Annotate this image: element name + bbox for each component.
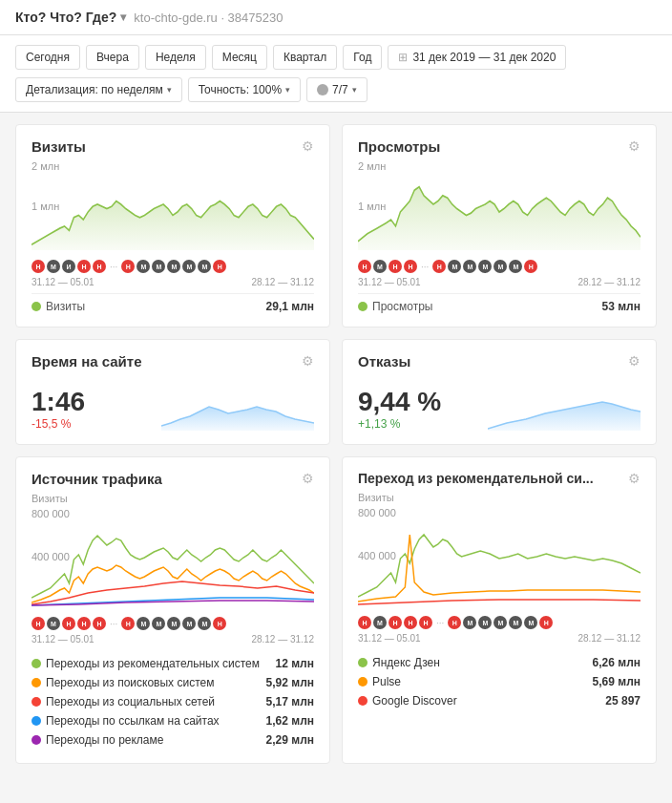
vhb-h3[interactable]: Н [524, 260, 537, 273]
referral-value-1: 5,69 млн [593, 675, 640, 688]
hb-m5[interactable]: М [182, 260, 196, 273]
hb-i1[interactable]: И [62, 260, 75, 273]
bounce-gear[interactable]: ⚙ [628, 353, 640, 369]
vhb-m6[interactable]: М [509, 260, 522, 273]
thb-m4[interactable]: М [167, 617, 180, 630]
vhb-n2[interactable]: Н [404, 260, 417, 273]
detail-label: Детализация: по неделям [26, 83, 163, 96]
hb-m4[interactable]: М [167, 260, 180, 273]
referral-dot-2 [358, 696, 368, 706]
app-dropdown-chevron[interactable]: ▾ [120, 11, 126, 24]
rhb-h2[interactable]: Н [448, 616, 461, 629]
vhb-n1[interactable]: Н [388, 260, 402, 273]
rhb-n1[interactable]: Н [358, 616, 371, 629]
card-views: Просмотры ⚙ 2 млн 1 млн [342, 124, 657, 328]
hb-h3[interactable]: Н [213, 260, 226, 273]
hb-h2[interactable]: Н [121, 260, 135, 273]
period-btn-week[interactable]: Неделя [145, 45, 206, 70]
accuracy-dropdown[interactable]: Точность: 100% ▾ [188, 77, 301, 102]
vhb-m4[interactable]: М [478, 260, 492, 273]
views-y-mid: 1 млн [358, 201, 386, 212]
bounce-value: 9,44 % [358, 387, 441, 417]
detail-dropdown[interactable]: Детализация: по неделям ▾ [15, 77, 182, 102]
vhb-m5[interactable]: М [494, 260, 507, 273]
visits-legend: Визиты 29,1 млн [32, 293, 314, 313]
time-content: 1:46 -15,5 % [32, 383, 314, 431]
thb-m5[interactable]: М [182, 617, 196, 630]
hb-m3[interactable]: М [152, 260, 165, 273]
traffic-legend-row-0: Переходы из рекомендательных систем 12 м… [32, 654, 314, 673]
visits-chart-svg [32, 174, 314, 250]
thb-m1[interactable]: М [47, 617, 60, 630]
traffic-value-2: 5,17 млн [266, 695, 314, 708]
referral-date-range: 31.12 — 05.01 28.12 — 31.12 [358, 633, 640, 644]
views-legend-item: Просмотры [358, 300, 432, 313]
thb-m2[interactable]: М [136, 617, 150, 630]
traffic-gear[interactable]: ⚙ [302, 471, 314, 486]
thb-m3[interactable]: М [152, 617, 165, 630]
views-legend-value: 53 млн [602, 300, 640, 313]
accuracy-chevron: ▾ [285, 85, 290, 95]
date-range-picker[interactable]: ⊞ 31 дек 2019 — 31 дек 2020 [388, 45, 566, 70]
rhb-m3[interactable]: М [478, 616, 492, 629]
rhb-m4[interactable]: М [494, 616, 507, 629]
segments-dropdown[interactable]: 7/7 ▾ [306, 77, 368, 102]
card-traffic-source: Источник трафика ⚙ Визиты 800 000 400 00… [15, 456, 330, 764]
thb-n3[interactable]: Н [77, 617, 91, 630]
traffic-holiday-bar: Н М Н Н Н ··· Н М М М М М Н [32, 617, 314, 630]
bounce-left: 9,44 % +1,13 % [358, 387, 441, 431]
card-referral: Переход из рекомендательной си... ⚙ Визи… [342, 456, 657, 764]
app-name-text: Кто? Что? Где? [15, 10, 116, 25]
period-btn-quarter[interactable]: Квартал [273, 45, 337, 70]
thb-m6[interactable]: М [198, 617, 211, 630]
time-gear[interactable]: ⚙ [302, 353, 314, 369]
rhb-n4[interactable]: Н [419, 616, 432, 629]
traffic-chart-svg [32, 521, 314, 607]
views-y-top: 2 млн [358, 160, 386, 172]
traffic-title: Источник трафика [32, 471, 162, 487]
thb-n4[interactable]: Н [93, 617, 106, 630]
period-btn-yesterday[interactable]: Вчера [86, 45, 139, 70]
vhb-m2[interactable]: М [448, 260, 461, 273]
vhb-h2[interactable]: Н [432, 260, 446, 273]
vhb-jan[interactable]: Н [358, 260, 371, 273]
card-views-gear[interactable]: ⚙ [628, 138, 640, 154]
rhb-m5[interactable]: М [509, 616, 522, 629]
bounce-title: Отказы [358, 353, 410, 370]
visits-holiday-bar: Н М И Н Н ··· Н М М М М М Н [32, 260, 314, 273]
referral-gear[interactable]: ⚙ [628, 471, 640, 486]
hb-n2[interactable]: Н [93, 260, 106, 273]
thb-h2[interactable]: Н [121, 617, 135, 630]
period-btn-year[interactable]: Год [343, 45, 382, 70]
hb-jan[interactable]: Н [32, 260, 45, 273]
thb-h3[interactable]: Н [213, 617, 226, 630]
thb-n1[interactable]: Н [32, 617, 45, 630]
referral-value-0: 6,26 млн [593, 656, 640, 669]
traffic-date-end: 28.12 — 31.12 [251, 634, 314, 645]
hb-n1[interactable]: Н [77, 260, 91, 273]
referral-chart-area: 800 000 400 000 [358, 507, 640, 612]
referral-dot-0 [358, 658, 368, 667]
rhb-m1[interactable]: М [373, 616, 387, 629]
hb-m1[interactable]: М [47, 260, 60, 273]
hb-m2[interactable]: М [136, 260, 150, 273]
vhb-m3[interactable]: М [463, 260, 476, 273]
period-btn-today[interactable]: Сегодня [15, 45, 80, 70]
traffic-dot-3 [32, 716, 41, 726]
views-legend-label: Просмотры [372, 300, 432, 313]
rhb-h3[interactable]: Н [539, 616, 553, 629]
vhb-m1[interactable]: М [373, 260, 387, 273]
rhb-m6[interactable]: М [524, 616, 537, 629]
bounce-content: 9,44 % +1,13 % [358, 383, 640, 431]
visits-date-start: 31.12 — 05.01 [32, 277, 94, 287]
period-btn-month[interactable]: Месяц [212, 45, 267, 70]
referral-label-1: Pulse [372, 675, 401, 688]
rhb-n2[interactable]: Н [388, 616, 402, 629]
thb-n2[interactable]: Н [62, 617, 75, 630]
card-visits: Визиты ⚙ 2 млн 1 млн [15, 124, 330, 328]
rhb-n3[interactable]: Н [404, 616, 417, 629]
card-visits-gear[interactable]: ⚙ [302, 138, 314, 154]
hb-m6[interactable]: М [198, 260, 211, 273]
app-name[interactable]: Кто? Что? Где? ▾ [15, 10, 126, 25]
rhb-m2[interactable]: М [463, 616, 476, 629]
